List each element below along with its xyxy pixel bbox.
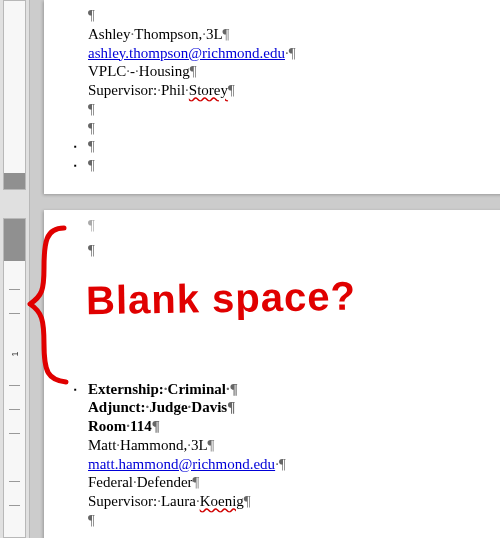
supervisor-label: Supervisor: bbox=[88, 82, 157, 98]
org-line[interactable]: VPLC·-·Housing¶ bbox=[88, 62, 500, 81]
last-name: Hammond, bbox=[120, 437, 187, 453]
supervisor-first: Phil bbox=[161, 82, 185, 98]
adjunct-label: Adjunct: bbox=[88, 399, 146, 415]
ruler-margin-top bbox=[4, 219, 25, 261]
pilcrow-icon: ¶ bbox=[88, 157, 95, 173]
room-label: Room bbox=[88, 418, 126, 434]
pilcrow-icon: ¶ bbox=[152, 418, 160, 434]
page-2[interactable]: ¶ ¶ Externship:·Criminal·¶ Adjunct:·Judg… bbox=[44, 210, 500, 538]
pilcrow-icon: ¶ bbox=[223, 26, 230, 42]
pilcrow-icon: ¶ bbox=[193, 474, 200, 490]
pilcrow-icon: ¶ bbox=[88, 512, 95, 528]
pilcrow-icon: ¶ bbox=[227, 399, 235, 415]
pilcrow-icon: ¶ bbox=[279, 456, 286, 472]
ruler-tick bbox=[9, 313, 20, 314]
first-name: Ashley bbox=[88, 26, 131, 42]
empty-paragraph[interactable]: ¶ bbox=[88, 241, 500, 260]
vertical-ruler[interactable]: 1 bbox=[0, 0, 30, 538]
externship-value: Criminal bbox=[168, 381, 226, 397]
supervisor-line[interactable]: Supervisor:·Phil·Storey¶ bbox=[88, 81, 500, 100]
ruler-page1 bbox=[3, 0, 26, 190]
pilcrow-icon: ¶ bbox=[230, 381, 238, 397]
ruler-tick bbox=[9, 409, 20, 410]
room-line[interactable]: Room·114¶ bbox=[88, 417, 500, 436]
ruler-number-1: 1 bbox=[10, 344, 20, 365]
header-paragraph[interactable]: ¶ bbox=[88, 216, 500, 235]
supervisor-label: Supervisor: bbox=[88, 493, 157, 509]
empty-paragraph[interactable]: ¶ bbox=[88, 6, 500, 25]
class-year: 3L bbox=[206, 26, 223, 42]
email-line[interactable]: ashley.thompson@richmond.edu·¶ bbox=[88, 44, 500, 63]
first-name: Matt bbox=[88, 437, 116, 453]
supervisor-first: Laura bbox=[161, 493, 196, 509]
empty-paragraph[interactable]: ¶ bbox=[88, 100, 500, 119]
email-line[interactable]: matt.hammond@richmond.edu·¶ bbox=[88, 455, 500, 474]
externship-line[interactable]: Externship:·Criminal·¶ bbox=[88, 380, 500, 399]
pilcrow-icon: ¶ bbox=[88, 242, 95, 258]
pilcrow-icon: ¶ bbox=[228, 82, 235, 98]
externship-label: Externship: bbox=[88, 381, 164, 397]
name-line[interactable]: Matt·Hammond,·3L¶ bbox=[88, 436, 500, 455]
room-value: 114 bbox=[130, 418, 152, 434]
bullet-empty[interactable]: ¶ bbox=[88, 156, 500, 175]
email-link[interactable]: matt.hammond@richmond.edu bbox=[88, 456, 275, 472]
email-link[interactable]: ashley.thompson@richmond.edu bbox=[88, 45, 285, 61]
pilcrow-icon: ¶ bbox=[88, 101, 95, 117]
org-part-b: Defender bbox=[137, 474, 193, 490]
adjunct-last: Davis bbox=[191, 399, 227, 415]
document-canvas: ¶ Ashley·Thompson,·3L¶ ashley.thompson@r… bbox=[30, 0, 500, 538]
bullet-empty[interactable]: ¶ bbox=[88, 137, 500, 156]
word-editor-viewport: 1 ¶ Ashley·Thompson,·3L¶ ashley.thompson… bbox=[0, 0, 500, 538]
pilcrow-icon: ¶ bbox=[88, 7, 95, 23]
pilcrow-icon: ¶ bbox=[289, 45, 296, 61]
page-1[interactable]: ¶ Ashley·Thompson,·3L¶ ashley.thompson@r… bbox=[44, 0, 500, 194]
empty-paragraph[interactable]: ¶ bbox=[88, 119, 500, 138]
pilcrow-icon: ¶ bbox=[88, 217, 95, 233]
adjunct-line[interactable]: Adjunct:·Judge·Davis¶ bbox=[88, 398, 500, 417]
supervisor-last: Storey bbox=[189, 82, 228, 98]
empty-paragraph[interactable]: ¶ bbox=[88, 511, 500, 530]
class-year: 3L bbox=[191, 437, 208, 453]
pilcrow-icon: ¶ bbox=[88, 138, 95, 154]
adjunct-first: Judge bbox=[149, 399, 187, 415]
org-part-a: VPLC bbox=[88, 63, 126, 79]
pilcrow-icon: ¶ bbox=[190, 63, 197, 79]
ruler-tick bbox=[9, 433, 20, 434]
org-line[interactable]: Federal·Defender¶ bbox=[88, 473, 500, 492]
supervisor-last: Koenig bbox=[200, 493, 244, 509]
ruler-tick bbox=[9, 505, 20, 506]
supervisor-line[interactable]: Supervisor:·Laura·Koenig¶ bbox=[88, 492, 500, 511]
ruler-page2: 1 bbox=[3, 218, 26, 538]
last-name: Thompson, bbox=[134, 26, 202, 42]
ruler-tick bbox=[9, 385, 20, 386]
pilcrow-icon: ¶ bbox=[88, 120, 95, 136]
ruler-margin-bottom bbox=[4, 173, 25, 189]
blank-space-region[interactable] bbox=[88, 260, 500, 380]
org-part-a: Federal bbox=[88, 474, 133, 490]
ruler-tick bbox=[9, 289, 20, 290]
org-part-b: Housing bbox=[139, 63, 190, 79]
ruler-tick bbox=[9, 481, 20, 482]
name-line[interactable]: Ashley·Thompson,·3L¶ bbox=[88, 25, 500, 44]
pilcrow-icon: ¶ bbox=[244, 493, 251, 509]
pilcrow-icon: ¶ bbox=[208, 437, 215, 453]
